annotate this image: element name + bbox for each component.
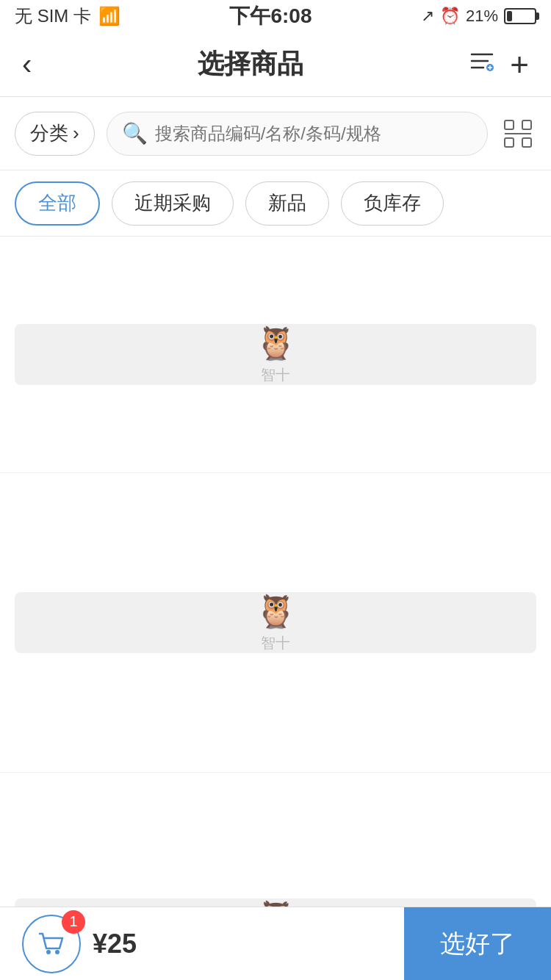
- product-image: 🦉 智十: [15, 592, 536, 653]
- status-right: ↗ ⏰ 21%: [421, 7, 536, 26]
- svg-rect-6: [505, 120, 514, 129]
- svg-rect-7: [505, 138, 514, 147]
- page-title: 选择商品: [198, 46, 303, 82]
- search-icon: 🔍: [122, 121, 148, 145]
- tab-negative-stock[interactable]: 负库存: [341, 181, 444, 226]
- owl-icon: 🦉: [256, 592, 296, 630]
- cart-icon[interactable]: 1: [22, 915, 81, 973]
- search-bar: 分类 › 🔍: [0, 97, 551, 170]
- product-image: 🦉 智十: [15, 324, 536, 385]
- search-input-wrap: 🔍: [107, 112, 488, 156]
- nav-bar: ‹ 选择商品 +: [0, 32, 551, 97]
- tab-new[interactable]: 新品: [245, 181, 329, 226]
- search-input[interactable]: [155, 123, 472, 144]
- owl-text: 智十: [261, 365, 290, 385]
- alarm-icon: ⏰: [440, 7, 460, 26]
- status-left: 无 SIM 卡 📶: [15, 4, 120, 28]
- product-list: 🦉 智十 [0000001] 苹果 最新 ¥5/千克 − + 🦉 智十 [000…: [0, 237, 551, 980]
- scan-icon[interactable]: [500, 115, 536, 152]
- bottom-bar: 1 ¥25 选好了: [0, 907, 551, 980]
- filter-icon[interactable]: [469, 48, 495, 81]
- add-button[interactable]: +: [510, 46, 529, 83]
- tab-all[interactable]: 全部: [15, 181, 100, 226]
- filter-tabs: 全部 近期采购 新品 负库存: [0, 170, 551, 237]
- list-item: 🦉 智十 [0000001] 苹果 最新 ¥5/千克 − +: [0, 237, 551, 473]
- nav-left: ‹: [22, 48, 32, 81]
- svg-rect-8: [522, 120, 531, 129]
- cart-total: ¥25: [93, 929, 137, 959]
- cart-section: 1 ¥25: [0, 915, 404, 973]
- chevron-right-icon: ›: [73, 122, 79, 145]
- cart-badge: 1: [62, 910, 85, 934]
- location-icon: ↗: [421, 7, 434, 26]
- svg-rect-10: [522, 138, 531, 147]
- category-button[interactable]: 分类 ›: [15, 112, 95, 156]
- tab-recent[interactable]: 近期采购: [112, 181, 234, 226]
- nav-right: +: [469, 46, 529, 83]
- status-time: 下午6:08: [229, 2, 311, 30]
- list-item: 🦉 智十 [0000002] 面包 最新 ¥2/包(1袋=5包) +: [0, 473, 551, 773]
- wifi-icon: 📶: [98, 6, 120, 26]
- svg-point-24: [55, 950, 60, 954]
- svg-point-23: [46, 950, 51, 954]
- owl-text: 智十: [261, 633, 290, 653]
- battery-icon: [504, 8, 536, 24]
- back-button[interactable]: ‹: [22, 48, 32, 81]
- confirm-button[interactable]: 选好了: [404, 907, 551, 981]
- carrier-label: 无 SIM 卡: [15, 4, 91, 28]
- battery-percent: 21%: [466, 7, 498, 26]
- category-label: 分类: [30, 120, 68, 146]
- owl-icon: 🦉: [256, 324, 296, 362]
- status-bar: 无 SIM 卡 📶 下午6:08 ↗ ⏰ 21%: [0, 0, 551, 32]
